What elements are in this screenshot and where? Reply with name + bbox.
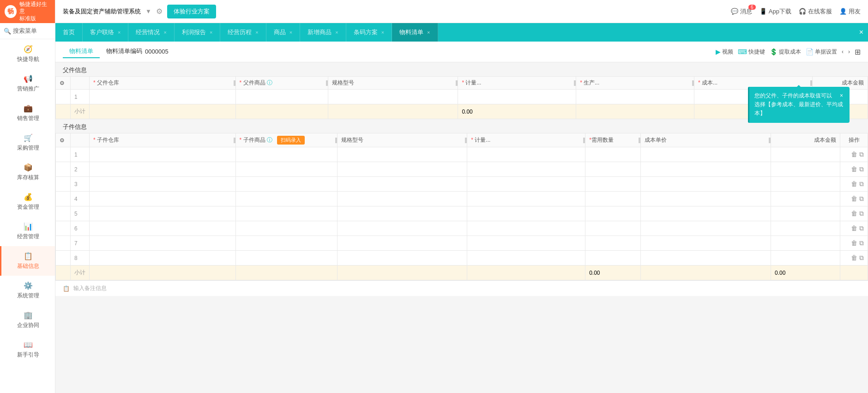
child-row8-warehouse[interactable] [90,251,236,266]
delete-row-icon[interactable]: 🗑 [851,165,857,173]
settings-icon[interactable]: ⚙ [156,7,163,16]
child-row4-quantity[interactable] [467,192,585,206]
spec-resizer[interactable] [456,80,458,86]
sidebar-item-guide[interactable]: 📖 新手引导 [0,335,55,364]
child-row5-quantity[interactable] [467,206,585,221]
delete-row-icon[interactable]: 🗑 [851,180,857,188]
copy-row-icon[interactable]: ⧉ [859,195,864,203]
child-spec-resizer[interactable] [465,138,467,143]
sidebar-item-sales[interactable]: 💼 销售管理 [0,98,55,128]
qty-resizer[interactable] [574,80,576,86]
tool-video[interactable]: ▶ 视频 [716,48,733,56]
tab-goods[interactable]: 商品 × [266,23,300,42]
tab-operations[interactable]: 经营情况 × [128,23,174,42]
child-row7-needed[interactable] [585,236,641,251]
child-row5-spec[interactable] [337,206,467,221]
tab-bom[interactable]: 物料清单 × [392,23,438,42]
tool-doc-settings[interactable]: 📄 单据设置 [806,48,837,56]
child-settings-icon[interactable]: ⚙ [60,137,65,144]
child-row8-needed[interactable] [585,251,641,266]
tab-close-customer[interactable]: × [118,23,121,42]
child-row2-unit-cost[interactable] [641,162,771,177]
child-row7-product[interactable] [235,236,337,251]
child-row7-quantity[interactable] [467,236,585,251]
child-row5-warehouse[interactable] [90,206,236,221]
tab-close-goods[interactable]: × [289,23,292,42]
tab-close-bom[interactable]: × [427,23,430,42]
delete-row-icon[interactable]: 🗑 [851,210,857,218]
subtab-bom-code[interactable]: 物料清单编码 0000005 [100,45,175,58]
child-row2-needed[interactable] [585,162,641,177]
scan-input-button[interactable]: 扫码录入 [277,136,305,145]
parent-row1-production[interactable] [576,90,694,104]
child-row3-needed[interactable] [585,177,641,192]
message-button[interactable]: 💬 6 消息 [731,7,752,16]
child-row3-unit-cost[interactable] [641,177,771,192]
copy-row-icon[interactable]: ⧉ [859,224,864,232]
child-row1-warehouse[interactable] [90,147,236,162]
child-product-resizer[interactable] [335,138,337,143]
copy-row-icon[interactable]: ⧉ [859,180,864,188]
parent-row1-spec[interactable] [328,90,458,104]
copy-row-icon[interactable]: ⧉ [859,210,864,218]
tab-close-barcode[interactable]: × [381,23,384,42]
delete-row-icon[interactable]: 🗑 [851,224,857,232]
nav-prev-arrow[interactable]: ‹ [842,48,844,55]
child-row6-unit-cost[interactable] [641,221,771,236]
product-resizer[interactable] [326,80,328,86]
child-row3-product[interactable] [235,177,337,192]
parent-row1-warehouse[interactable] [90,90,236,104]
copy-row-icon[interactable]: ⧉ [859,239,864,247]
copy-row-icon[interactable]: ⧉ [859,151,864,158]
sidebar-search[interactable]: 🔍 搜索菜单 [0,23,55,39]
child-warehouse-resizer[interactable] [234,138,235,143]
close-all-tabs-button[interactable]: × [855,28,868,36]
subtab-bom-list[interactable]: 物料清单 [63,45,100,58]
sidebar-item-basicinfo[interactable]: 📋 基础信息 [0,246,55,276]
child-row3-warehouse[interactable] [90,177,236,192]
child-row7-warehouse[interactable] [90,236,236,251]
parent-row1-quantity[interactable] [458,90,576,104]
child-row2-product[interactable] [235,162,337,177]
note-text[interactable]: 输入备注信息 [73,284,107,292]
sidebar-item-quicknav[interactable]: 🧭 快捷导航 [0,39,55,69]
tab-profit[interactable]: 利润报告 × [175,23,220,42]
nav-next-arrow[interactable]: › [848,48,850,55]
child-row5-needed[interactable] [585,206,641,221]
child-row7-spec[interactable] [337,236,467,251]
tab-home[interactable]: 首页 [55,23,83,42]
child-row4-needed[interactable] [585,192,641,206]
sidebar-item-operations[interactable]: 📊 经营管理 [0,217,55,246]
child-row6-quantity[interactable] [467,221,585,236]
child-row8-quantity[interactable] [467,251,585,266]
tab-close-profit[interactable]: × [210,23,212,42]
delete-row-icon[interactable]: 🗑 [851,151,857,158]
prod-resizer[interactable] [692,80,694,86]
online-service-button[interactable]: 🎧 在线客服 [799,7,832,16]
child-row5-unit-cost[interactable] [641,206,771,221]
sidebar-item-purchase[interactable]: 🛒 采购管理 [0,128,55,157]
child-row1-needed[interactable] [585,147,641,162]
warehouse-resizer[interactable] [234,80,235,86]
try-button[interactable]: 体验行业方案 [167,5,216,18]
tab-new-goods[interactable]: 新增商品 × [300,23,346,42]
child-qty-resizer[interactable] [583,138,585,143]
child-row8-spec[interactable] [337,251,467,266]
delete-row-icon[interactable]: 🗑 [851,254,857,262]
child-row1-product[interactable] [235,147,337,162]
settings-col-icon[interactable]: ⚙ [60,80,65,86]
sidebar-item-finance[interactable]: 💰 资金管理 [0,187,55,217]
child-row4-product[interactable] [235,192,337,206]
child-row6-spec[interactable] [337,221,467,236]
child-row5-product[interactable] [235,206,337,221]
child-row8-unit-cost[interactable] [641,251,771,266]
tooltip-close-button[interactable]: × [840,91,843,100]
tab-history[interactable]: 经营历程 × [220,23,266,42]
child-row2-warehouse[interactable] [90,162,236,177]
copy-row-icon[interactable]: ⧉ [859,165,864,173]
child-row7-unit-cost[interactable] [641,236,771,251]
child-row4-unit-cost[interactable] [641,192,771,206]
tab-close-new-goods[interactable]: × [335,23,338,42]
dropdown-arrow-icon[interactable]: ▼ [145,8,151,15]
child-row1-quantity[interactable] [467,147,585,162]
